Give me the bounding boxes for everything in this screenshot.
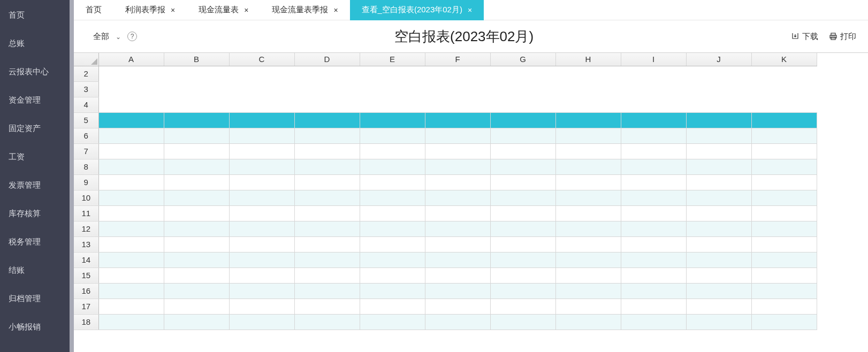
cell-E15[interactable] xyxy=(360,267,425,283)
print-button[interactable]: 打印 xyxy=(829,32,856,42)
cell-J3[interactable] xyxy=(686,81,751,97)
sidebar-item-0[interactable]: 首页 xyxy=(0,1,70,29)
row-header-16[interactable]: 16 xyxy=(74,283,98,299)
cell-D11[interactable] xyxy=(294,205,360,221)
cell-E2[interactable] xyxy=(360,66,425,81)
cell-E6[interactable] xyxy=(360,128,425,143)
close-icon[interactable]: × xyxy=(333,6,338,14)
col-header-C[interactable]: C xyxy=(229,53,294,66)
cell-D17[interactable] xyxy=(294,299,360,314)
cell-I2[interactable] xyxy=(621,66,686,81)
cell-D2[interactable] xyxy=(294,66,360,81)
cell-E10[interactable] xyxy=(360,190,425,205)
sidebar-item-6[interactable]: 发票管理 xyxy=(0,171,70,200)
cell-J11[interactable] xyxy=(686,205,751,221)
cell-F9[interactable] xyxy=(425,174,490,190)
sidebar-item-2[interactable]: 云报表中心 xyxy=(0,58,70,86)
cell-C7[interactable] xyxy=(229,143,294,159)
cell-K14[interactable] xyxy=(751,252,817,267)
row-header-12[interactable]: 12 xyxy=(74,221,98,236)
cell-A8[interactable] xyxy=(98,159,164,174)
cell-B16[interactable] xyxy=(164,283,229,299)
sidebar-scrollbar[interactable] xyxy=(70,0,74,352)
col-header-F[interactable]: F xyxy=(425,53,490,66)
close-icon[interactable]: × xyxy=(171,6,175,14)
select-all-corner[interactable] xyxy=(74,53,98,66)
cell-B11[interactable] xyxy=(164,205,229,221)
cell-F14[interactable] xyxy=(425,252,490,267)
cell-G16[interactable] xyxy=(490,283,555,299)
cell-H9[interactable] xyxy=(555,174,621,190)
col-header-G[interactable]: G xyxy=(490,53,555,66)
cell-C17[interactable] xyxy=(229,299,294,314)
cell-D3[interactable] xyxy=(294,81,360,97)
cell-J17[interactable] xyxy=(686,299,751,314)
cell-K12[interactable] xyxy=(751,221,817,236)
cell-J13[interactable] xyxy=(686,236,751,252)
close-icon[interactable]: × xyxy=(244,6,248,14)
cell-A18[interactable] xyxy=(98,314,164,330)
cell-A9[interactable] xyxy=(98,174,164,190)
cell-E17[interactable] xyxy=(360,299,425,314)
tab-3[interactable]: 现金流量表季报× xyxy=(260,0,349,20)
cell-H12[interactable] xyxy=(555,221,621,236)
cell-J5[interactable] xyxy=(686,112,751,128)
cell-G12[interactable] xyxy=(490,221,555,236)
cell-J14[interactable] xyxy=(686,252,751,267)
cell-H5[interactable] xyxy=(555,112,621,128)
cell-F3[interactable] xyxy=(425,81,490,97)
col-header-B[interactable]: B xyxy=(164,53,229,66)
help-icon[interactable]: ? xyxy=(127,32,137,41)
cell-A5[interactable] xyxy=(98,112,164,128)
cell-G8[interactable] xyxy=(490,159,555,174)
cell-J15[interactable] xyxy=(686,267,751,283)
cell-G13[interactable] xyxy=(490,236,555,252)
cell-A4[interactable] xyxy=(98,97,164,112)
cell-D9[interactable] xyxy=(294,174,360,190)
row-header-7[interactable]: 7 xyxy=(74,143,98,159)
row-header-5[interactable]: 5 xyxy=(74,112,98,128)
row-header-18[interactable]: 18 xyxy=(74,314,98,330)
cell-H11[interactable] xyxy=(555,205,621,221)
col-header-I[interactable]: I xyxy=(621,53,686,66)
cell-G4[interactable] xyxy=(490,97,555,112)
cell-J18[interactable] xyxy=(686,314,751,330)
sidebar-item-1[interactable]: 总账 xyxy=(0,29,70,58)
cell-J4[interactable] xyxy=(686,97,751,112)
cell-A16[interactable] xyxy=(98,283,164,299)
cell-K17[interactable] xyxy=(751,299,817,314)
cell-D13[interactable] xyxy=(294,236,360,252)
download-button[interactable]: 下载 xyxy=(791,32,818,42)
cell-C12[interactable] xyxy=(229,221,294,236)
close-icon[interactable]: × xyxy=(468,6,472,14)
cell-B5[interactable] xyxy=(164,112,229,128)
cell-C5[interactable] xyxy=(229,112,294,128)
cell-F10[interactable] xyxy=(425,190,490,205)
cell-I18[interactable] xyxy=(621,314,686,330)
cell-H4[interactable] xyxy=(555,97,621,112)
cell-B14[interactable] xyxy=(164,252,229,267)
cell-E11[interactable] xyxy=(360,205,425,221)
cell-C3[interactable] xyxy=(229,81,294,97)
cell-I8[interactable] xyxy=(621,159,686,174)
sidebar-item-11[interactable]: 小畅报销 xyxy=(0,313,70,341)
cell-J2[interactable] xyxy=(686,66,751,81)
cell-D8[interactable] xyxy=(294,159,360,174)
cell-F17[interactable] xyxy=(425,299,490,314)
row-header-14[interactable]: 14 xyxy=(74,252,98,267)
cell-F6[interactable] xyxy=(425,128,490,143)
cell-G14[interactable] xyxy=(490,252,555,267)
cell-D6[interactable] xyxy=(294,128,360,143)
cell-D5[interactable] xyxy=(294,112,360,128)
cell-D12[interactable] xyxy=(294,221,360,236)
cell-I12[interactable] xyxy=(621,221,686,236)
sidebar-item-10[interactable]: 归档管理 xyxy=(0,285,70,313)
cell-A7[interactable] xyxy=(98,143,164,159)
col-header-A[interactable]: A xyxy=(98,53,164,66)
cell-I14[interactable] xyxy=(621,252,686,267)
cell-B17[interactable] xyxy=(164,299,229,314)
cell-G5[interactable] xyxy=(490,112,555,128)
cell-B7[interactable] xyxy=(164,143,229,159)
cell-G10[interactable] xyxy=(490,190,555,205)
cell-H17[interactable] xyxy=(555,299,621,314)
